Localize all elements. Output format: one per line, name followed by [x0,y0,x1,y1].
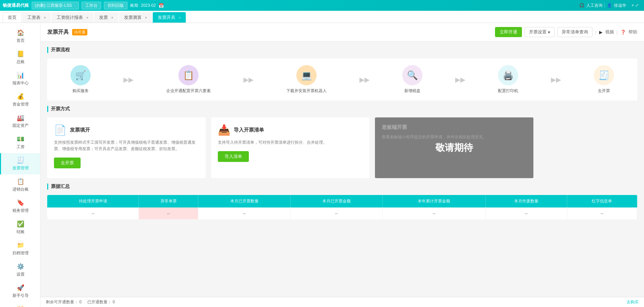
config-elements-icon-circle: 📋 [178,65,199,85]
sidebar-ledger-label: 总账 [17,59,25,65]
workspace-button[interactable]: 工作台 [82,2,101,9]
fill-invoice-icon: 📄 [54,124,66,136]
headset-icon: 🎧 [579,3,584,8]
fill-invoice-card: 📄 发票填开 支持按照发票样式手工填写开发票；可开具增值税电子普通发票、增值税普… [47,117,206,178]
video-label[interactable]: 视频 [605,29,614,35]
remaining-value: 0 [79,300,82,304]
sidebar-item-salary[interactable]: 💵 工资 [0,132,40,153]
settings-icon: ⚙️ [17,263,24,270]
sidebar-assets-label: 固定资产 [12,123,29,129]
top-bar: 畅捷通易代账 (勿删) 江西服室-LSS 工作台 切到旧版 账期 2023-02… [0,0,644,11]
status-badge: 待开通 [72,29,87,35]
bottom-stats: 剩余可开通数量： 0 已开通数量： 0 [46,299,115,305]
sidebar-reports-label: 报表中心 [12,80,29,86]
ledger-icon: 📒 [17,50,24,58]
process-step-printer: 🖨️ 配置打印机 [498,65,518,94]
tax-icon: 🔖 [17,199,24,206]
close-salary-report-tab[interactable]: × [86,16,88,20]
settings-button[interactable]: 开票设置 ▾ [525,27,555,37]
settings-label: 开票设置 [529,29,547,35]
cell-year-amount: -- [382,207,486,219]
import-invoice-icon: 📥 [218,124,230,136]
cell-red-info: -- [567,207,637,219]
process-step-config: 📋 企业开通配置开票六要素 [166,65,211,94]
add-taxdisk-icon-circle: 🔍 [402,65,422,85]
user-name[interactable]: 徐溢华 [614,3,626,8]
col-void-count: 本月作废数量 [486,195,567,207]
sidebar-salary-label: 工资 [17,144,25,150]
sidebar-item-guide[interactable]: 🚀 新手引导 [0,281,40,302]
top-bar-left: 畅捷通易代账 (勿删) 江西服室-LSS 工作台 切到旧版 账期 2023-02… [3,2,164,9]
fill-invoice-desc: 支持按照发票样式手工填写开发票；可开具增值税电子普通发票、增值税普通发票、增值税… [54,139,199,152]
abnormal-query-button[interactable]: 异常清单查询 [557,27,592,37]
issue-invoice-icon-circle: 🧾 [594,65,614,85]
divider [605,3,605,8]
salary-icon: 💵 [17,135,24,143]
tab-invoice[interactable]: 发票 × [94,12,118,23]
page-title: 发票开具 [47,29,69,36]
config-printer-label: 配置打印机 [498,88,518,94]
close-salary-tab[interactable]: × [44,16,46,20]
tab-salary-report[interactable]: 工资统计报表 × [52,12,93,23]
import-list-button[interactable]: 导入清单 [218,151,249,162]
sidebar-item-funds[interactable]: 💰 资金管理 [0,89,40,111]
go-invoice-button[interactable]: 去开票 [54,158,81,168]
top-right-area: 🎧 人工咨询 👤 徐溢华 × ⤢ [579,3,641,8]
summary-row: -- -- -- -- -- -- -- [47,207,637,219]
goto-buy-link[interactable]: 去购买 [626,299,639,305]
sidebar-item-invoice[interactable]: 🧾 发票管理 [0,153,40,174]
sidebar-settings-label: 设置 [17,272,25,277]
dropdown-arrow-icon: ▾ [548,30,550,35]
col-month-count: 本月已开票数量 [198,195,290,207]
close-invoice-tool-tab[interactable]: × [179,16,181,20]
sidebar-item-home[interactable]: 🏠 首页 [0,26,40,47]
switch-old-button[interactable]: 切到旧版 [104,2,127,9]
divider-v2: | [595,30,596,35]
fill-card-header: 📄 发票填开 [54,124,199,136]
company-selector[interactable]: (勿删) 江西服室-LSS [32,2,79,9]
col-pending: 待处理开票申请 [47,195,139,207]
col-abnormal: 异常单票 [139,195,198,207]
invoice-icon: 🧾 [17,157,24,164]
sidebar-item-vip[interactable]: 👑 畅会员 [0,302,40,307]
process-step-issue: 🧾 去开票 [594,65,614,94]
sidebar-item-purchase[interactable]: 📋 进销台账 [0,174,40,196]
help-label[interactable]: 帮助 [628,29,637,35]
immediate-open-button[interactable]: 立即开通 [495,27,522,37]
purchase-icon: 📋 [17,178,24,185]
tab-home[interactable]: 首页 [3,12,22,23]
sidebar-item-assets[interactable]: 🏭 固定资产 [0,111,40,132]
close-window-icon[interactable]: × [632,3,634,8]
import-card-header: 📥 导入开票清单 [218,124,363,136]
close-invoice-calc-tab[interactable]: × [145,16,147,20]
funds-icon: 💰 [17,93,24,100]
main-layout: 🏠 首页 📒 总账 📊 报表中心 💰 资金管理 🏭 固定资产 💵 工资 🧾 发票… [0,23,644,307]
sidebar-item-ledger[interactable]: 📒 总账 [0,47,40,68]
tab-invoice-tool[interactable]: 发票开具 × [153,12,186,23]
sidebar-purchase-label: 进销台账 [12,187,29,192]
resize-window-icon[interactable]: ⤢ [635,3,639,8]
cell-pending: -- [47,207,139,219]
customer-service-label[interactable]: 人工咨询 [586,3,603,8]
sidebar-item-reports[interactable]: 📊 报表中心 [0,68,40,89]
guide-icon: 🚀 [17,284,24,291]
add-taxdisk-label: 新增税盘 [404,88,420,94]
old-terminal-card: 老板端开票 查看老板端小程序提交的开票申请，并作出相应处理意见。 敬请期待 [375,117,533,178]
col-month-amount: 本月已开票金额 [290,195,382,207]
arrow-4: ▶▶ [455,76,465,84]
vip-icon: 👑 [17,305,24,307]
arrow-3: ▶▶ [359,76,370,84]
summary-table: 待处理开票申请 异常单票 本月已开票数量 本月已开票金额 本年累计开票金额 本月… [47,195,637,219]
content-area: 发票开具 待开通 立即开通 开票设置 ▾ 异常清单查询 | ▶ 视频 | ❓ 帮… [40,23,644,307]
sidebar-item-settlement[interactable]: ✅ 结账 [0,217,40,238]
sidebar-item-archive[interactable]: 📁 归档管理 [0,238,40,259]
sidebar-item-settings[interactable]: ⚙️ 设置 [0,259,40,281]
sidebar-item-tax[interactable]: 🔖 税务管理 [0,196,40,217]
download-robot-icon-circle: 💻 [296,65,317,85]
tab-invoice-calc[interactable]: 发票测算 × [119,12,152,23]
arrow-1: ▶▶ [123,76,134,84]
process-step-download: 💻 下载并安装开票机器人 [286,65,327,94]
import-invoice-title: 导入开票清单 [234,127,264,133]
tab-salary[interactable]: 工资表 × [22,12,51,23]
close-invoice-tab[interactable]: × [111,16,113,20]
